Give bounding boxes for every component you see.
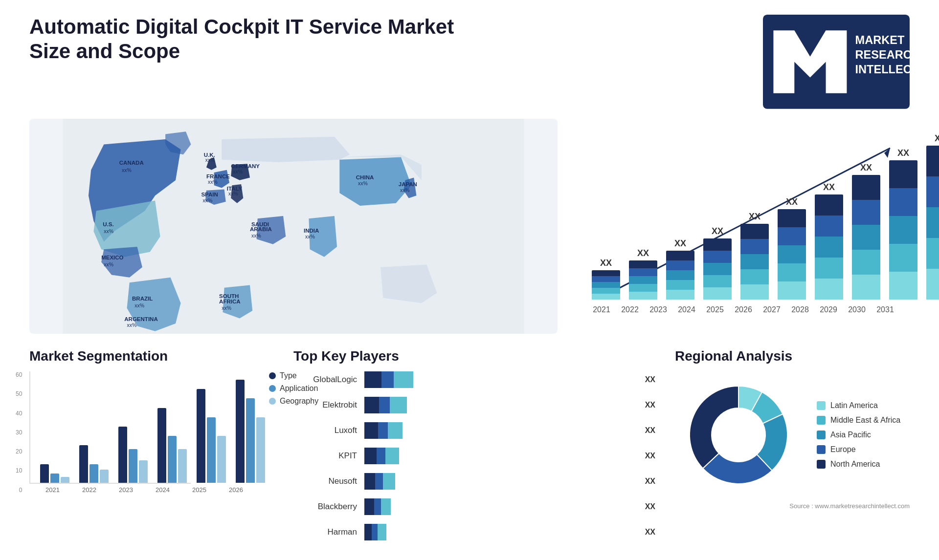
- seg-bar: [157, 408, 166, 483]
- logo-icon: MARKET RESEARCH INTELLECT: [763, 15, 910, 109]
- player-bar-segment: [378, 422, 388, 439]
- player-bar-wrap: [364, 498, 634, 515]
- stacked-bar: [778, 209, 806, 300]
- svg-text:ARGENTINA: ARGENTINA: [124, 316, 158, 322]
- player-row: KPITXX: [293, 448, 655, 464]
- svg-text:xx%: xx%: [305, 234, 315, 239]
- player-bar-wrap: [364, 448, 634, 464]
- donut-slice: [690, 386, 738, 468]
- seg-bar: [61, 477, 69, 483]
- svg-text:xx%: xx%: [104, 262, 113, 267]
- player-bar-value: XX: [645, 528, 655, 537]
- seg-bar: [79, 445, 88, 483]
- seg-bar-group: [157, 408, 187, 483]
- player-bar-segment: [364, 524, 372, 540]
- svg-text:xx%: xx%: [203, 198, 213, 203]
- stacked-bar: [629, 260, 657, 300]
- bar-group: XX: [778, 197, 806, 300]
- player-bar-segment: [375, 473, 383, 490]
- svg-text:FRANCE: FRANCE: [206, 173, 230, 179]
- player-bar-segment: [390, 397, 407, 413]
- svg-text:INTELLECT: INTELLECT: [855, 63, 910, 76]
- svg-text:xx%: xx%: [233, 169, 243, 174]
- bar-chart-area: XXXXXXXXXXXXXXXXXXXXXX: [587, 129, 900, 300]
- player-bar-inner: [364, 498, 634, 515]
- svg-text:U.K.: U.K.: [204, 151, 215, 157]
- bar-value: XX: [749, 212, 760, 222]
- player-bar-inner: [364, 397, 634, 413]
- donut-legend-item: North America: [817, 460, 900, 469]
- svg-text:xx%: xx%: [358, 181, 368, 186]
- svg-text:RESEARCH: RESEARCH: [855, 48, 910, 61]
- player-name: Elektrobit: [293, 400, 357, 410]
- seg-bar-group: [118, 427, 148, 483]
- player-bar-inner: [364, 524, 634, 540]
- donut-legend-label: Asia Pacific: [830, 431, 871, 439]
- player-bar-segment: [364, 422, 378, 439]
- seg-bar: [207, 417, 216, 483]
- legend-dot: [269, 398, 276, 405]
- main-title: Automatic Digital Cockpit IT Service Mar…: [29, 15, 470, 64]
- bar-group: XX: [889, 148, 917, 300]
- bar-year-label: 2022: [620, 305, 640, 314]
- seg-bar: [129, 449, 137, 483]
- world-map: CANADA xx% U.S. xx% MEXICO xx% BRAZIL xx…: [29, 119, 558, 334]
- player-name: Blackberry: [293, 502, 357, 512]
- player-name: GlobalLogic: [293, 375, 357, 385]
- player-name: KPIT: [293, 451, 357, 461]
- player-bar-value: XX: [645, 401, 655, 409]
- seg-year-label: 2024: [149, 486, 176, 494]
- svg-text:INDIA: INDIA: [304, 227, 319, 233]
- player-bar-value: XX: [645, 426, 655, 435]
- seg-bar: [118, 427, 127, 483]
- player-bar-segment: [378, 524, 386, 540]
- bar-value: XX: [674, 238, 686, 249]
- bar-year-label: 2028: [790, 305, 810, 314]
- seg-bar-group: [40, 464, 69, 483]
- donut-legend-color: [817, 445, 826, 454]
- seg-bar: [50, 474, 59, 483]
- player-bar-segment: [381, 498, 391, 515]
- seg-year-label: 2025: [186, 486, 213, 494]
- seg-bar: [236, 380, 245, 483]
- player-bar-wrap: [364, 473, 634, 490]
- seg-bar-group: [236, 380, 265, 483]
- stacked-bar: [926, 146, 939, 300]
- player-bar-value: XX: [645, 477, 655, 486]
- seg-year-label: 2022: [76, 486, 103, 494]
- donut-legend-item: Middle East & Africa: [817, 416, 900, 425]
- svg-text:xx%: xx%: [104, 228, 113, 234]
- svg-text:JAPAN: JAPAN: [399, 181, 417, 187]
- svg-text:U.S.: U.S.: [103, 221, 113, 227]
- donut-svg: [675, 371, 802, 498]
- seg-year-label: 2021: [39, 486, 66, 494]
- regional-container: Regional Analysis Latin AmericaMiddle Ea…: [675, 348, 910, 554]
- player-row: HarmanXX: [293, 524, 655, 540]
- donut-legend-label: Middle East & Africa: [830, 416, 900, 425]
- svg-text:xx%: xx%: [205, 157, 215, 163]
- logo-container: MARKET RESEARCH INTELLECT: [763, 15, 910, 109]
- seg-bars-area: [29, 371, 191, 484]
- bar-value: XX: [897, 148, 909, 158]
- player-bar-segment: [364, 397, 379, 413]
- player-bar-wrap: [364, 371, 634, 388]
- player-bar-segment: [394, 371, 413, 388]
- svg-text:xx%: xx%: [208, 179, 218, 185]
- player-bar-segment: [364, 448, 377, 464]
- donut-legend-item: Europe: [817, 445, 900, 454]
- stacked-bar: [889, 160, 917, 300]
- seg-bar-group: [197, 389, 226, 483]
- donut-legend-color: [817, 460, 826, 469]
- seg-bar: [40, 464, 49, 483]
- player-bar-segment: [374, 498, 381, 515]
- player-bar-segment: [388, 422, 402, 439]
- donut-chart: [675, 371, 802, 498]
- page-container: Automatic Digital Cockpit IT Service Mar…: [0, 0, 939, 560]
- player-row: LuxoftXX: [293, 422, 655, 439]
- seg-year-label: 2023: [112, 486, 139, 494]
- stacked-bar: [852, 175, 880, 300]
- player-bar-segment: [377, 448, 385, 464]
- donut-legend-color: [817, 416, 826, 425]
- stacked-bar: [740, 224, 769, 300]
- player-bar-wrap: [364, 422, 634, 439]
